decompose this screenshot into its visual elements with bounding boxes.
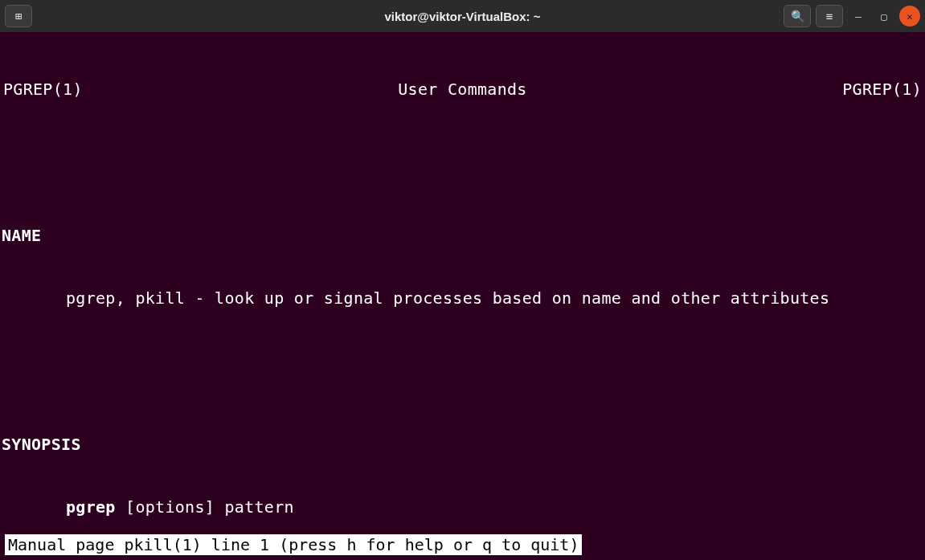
maximize-icon: ▢ — [881, 10, 887, 22]
new-tab-button[interactable]: ⊞ — [5, 5, 32, 27]
man-header-left: PGREP(1) — [3, 79, 83, 100]
terminal-content[interactable]: PGREP(1) User Commands PGREP(1) NAME pgr… — [0, 32, 925, 560]
minimize-icon: — — [855, 10, 862, 22]
section-name: NAME — [2, 225, 923, 246]
hamburger-icon: ≡ — [826, 10, 833, 22]
man-header-right: PGREP(1) — [842, 79, 922, 100]
section-synopsis: SYNOPSIS — [2, 434, 923, 455]
syn-cmd-pgrep: pgrep — [66, 497, 116, 517]
titlebar-left: ⊞ — [5, 5, 32, 27]
close-icon: ✕ — [907, 10, 913, 22]
man-status-bar: Manual page pkill(1) line 1 (press h for… — [5, 534, 582, 555]
titlebar-right: 🔍 ≡ — ▢ ✕ — [784, 5, 920, 27]
name-line: pgrep, pkill - look up or signal process… — [2, 288, 923, 309]
close-button[interactable]: ✕ — [899, 6, 920, 27]
menu-button[interactable]: ≡ — [816, 5, 843, 27]
titlebar: ⊞ viktor@viktor-VirtualBox: ~ 🔍 ≡ — ▢ ✕ — [0, 0, 925, 32]
man-header: PGREP(1) User Commands PGREP(1) — [2, 79, 923, 100]
synopsis-line-1: pgrep [options] pattern — [2, 497, 923, 517]
minimize-button[interactable]: — — [848, 6, 869, 27]
search-button[interactable]: 🔍 — [784, 5, 811, 27]
man-header-center: User Commands — [398, 79, 526, 100]
maximize-button[interactable]: ▢ — [874, 6, 894, 27]
search-icon: 🔍 — [791, 10, 804, 22]
new-tab-icon: ⊞ — [15, 10, 22, 22]
